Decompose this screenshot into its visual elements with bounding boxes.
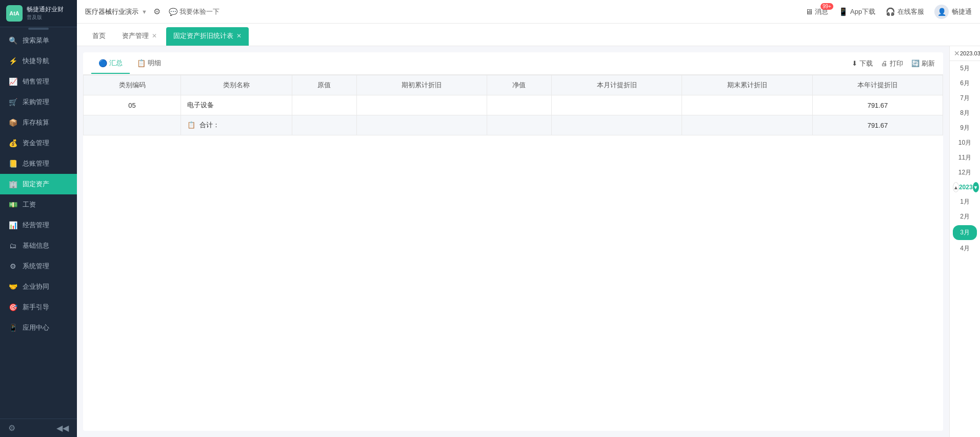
user-btn[interactable]: 👤 畅捷通 [934,5,972,19]
guide-icon: 🎯 [8,303,17,312]
logo-text: AtA [9,10,19,16]
calendar-month-curr[interactable]: 4月 [950,241,980,256]
refresh-btn[interactable]: 🔄 刷新 [911,59,935,68]
experience-icon: 💬 [169,8,177,16]
tab-home[interactable]: 首页 [85,27,113,46]
print-btn[interactable]: 🖨 打印 [881,59,903,68]
topbar-right: 🖥 消息 99+ 📱 App下载 🎧 在线客服 👤 畅捷通 [805,5,972,19]
app-download-icon: 📱 [838,7,848,16]
row-net [487,95,551,115]
app-download-btn[interactable]: 📱 App下载 [838,7,875,16]
calendar-close-icon[interactable]: ✕ [954,49,960,57]
col-original: 原值 [292,75,356,95]
customer-service-label: 在线客服 [897,7,924,16]
customer-service-btn[interactable]: 🎧 在线客服 [886,7,924,16]
app-name: 畅捷通好业财 [27,6,64,14]
sidebar-item-appcenter[interactable]: 📱 应用中心 [0,317,77,338]
collapse-icon[interactable]: ◀◀ [56,423,69,433]
collab-icon: 🤝 [8,282,17,291]
sidebar-item-label-system: 系统管理 [23,262,49,271]
summary-row: 📋 合计： 791.67 [84,115,943,135]
content-area: 🔵 汇总 📋 明细 ⬇ 下载 🖨 打印 [77,46,980,437]
calendar-month-prev[interactable]: 9月 [950,121,980,135]
row-name: 电子设备 [181,95,292,115]
sidebar-item-collab[interactable]: 🤝 企业协同 [0,276,77,297]
calendar-month-prev[interactable]: 12月 [950,165,980,180]
summary-net [487,115,551,135]
calendar-month-curr[interactable]: 1月 [950,194,980,209]
sidebar-item-fixed[interactable]: 🏢 固定资产 [0,174,77,194]
sidebar-item-guide[interactable]: 🎯 新手引导 [0,297,77,317]
sidebar-item-finance[interactable]: 💰 资金管理 [0,133,77,153]
row-closing [682,95,812,115]
calendar-month-prev[interactable]: 5月 [950,61,980,76]
calendar-up-btn[interactable]: ▲ [953,182,959,192]
message-badge: 99+ [821,3,833,10]
sidebar-item-payroll[interactable]: 💵 工资 [0,194,77,215]
refresh-label: 刷新 [922,59,935,68]
sidebar-menu: 🔍 搜索菜单 ⚡ 快捷导航 📈 销售管理 🛒 采购管理 📦 库存核算 💰 资金管… [0,30,77,419]
calendar-month-prev[interactable]: 6月 [950,76,980,91]
col-monthly: 本月计提折旧 [551,75,682,95]
sub-tab-summary[interactable]: 🔵 汇总 [91,53,130,74]
tab-assets-label: 资产管理 [122,31,149,41]
summary-closing [682,115,812,135]
calendar-current-year: 2023 [959,184,973,191]
calendar-down-btn[interactable]: ▼ [973,182,979,192]
summary-original [292,115,356,135]
operation-icon: 📊 [8,221,17,230]
tab-assets-close[interactable]: ✕ [152,32,157,39]
sidebar-item-label-collab: 企业协同 [23,282,49,291]
table-header-row: 类别编码 类别名称 原值 期初累计折旧 净值 本月计提折旧 期末累计折旧 本年计… [84,75,943,95]
tab-assets[interactable]: 资产管理 ✕ [115,27,164,46]
summary-empty [84,115,181,135]
summary-icon: 📋 [187,121,195,129]
payroll-icon: 💵 [8,200,17,209]
company-name: 医疗器械行业演示 [85,7,138,16]
calendar-month-curr[interactable]: 3月 [953,225,977,240]
settings-icon[interactable]: ⚙ [8,423,15,433]
sidebar-item-ledger[interactable]: 📒 总账管理 [0,153,77,174]
sub-tab-detail[interactable]: 📋 明细 [130,53,168,74]
sales-icon: 📈 [8,77,17,86]
calendar-month-prev[interactable]: 11月 [950,150,980,165]
sidebar-item-sales[interactable]: 📈 销售管理 [0,71,77,92]
company-selector[interactable]: 医疗器械行业演示 ▼ [85,7,147,16]
calendar-month-prev[interactable]: 8月 [950,106,980,121]
summary-yearly: 791.67 [812,115,943,135]
sidebar-item-operation[interactable]: 📊 经营管理 [0,215,77,235]
calendar-month-curr[interactable]: 2月 [950,209,980,224]
message-btn[interactable]: 🖥 消息 99+ [805,7,828,16]
calendar-panel-header: ✕ 2023.03 ⛶ [950,46,980,61]
summary-tab-icon: 🔵 [98,59,107,67]
sidebar-item-quicknav[interactable]: ⚡ 快捷导航 [0,51,77,71]
summary-tab-label: 汇总 [109,58,123,68]
topbar: 医疗器械行业演示 ▼ ⚙ 💬 我要体验一下 🖥 消息 99+ 📱 App下载 🎧… [77,0,980,24]
quicknav-icon: ⚡ [8,56,17,66]
sidebar-item-search[interactable]: 🔍 搜索菜单 [0,30,77,51]
download-btn[interactable]: ⬇ 下载 [852,59,873,68]
calendar-month-prev[interactable]: 7月 [950,91,980,106]
appcenter-icon: 📱 [8,323,17,332]
tab-depreciation[interactable]: 固定资产折旧统计表 ✕ [166,27,249,46]
sidebar-item-inventory[interactable]: 📦 库存核算 [0,112,77,133]
experience-btn[interactable]: 💬 我要体验一下 [169,7,219,16]
sidebar-item-system[interactable]: ⚙ 系统管理 [0,256,77,276]
calendar-month-prev[interactable]: 10月 [950,135,980,150]
system-icon: ⚙ [8,262,17,271]
basic-icon: 🗂 [8,241,17,250]
row-yearly: 791.67 [812,95,943,115]
print-icon: 🖨 [881,59,888,67]
purchase-icon: 🛒 [8,97,17,107]
sidebar-item-label-ledger: 总账管理 [23,159,49,168]
tab-depreciation-close[interactable]: ✕ [236,32,242,39]
sidebar-item-purchase[interactable]: 🛒 采购管理 [0,92,77,112]
calendar-year-nav: ▲ 2023 ▼ [950,180,980,194]
tab-home-label: 首页 [92,31,106,41]
search-icon: 🔍 [8,36,17,45]
topbar-settings-icon[interactable]: ⚙ [153,7,161,16]
sidebar-item-basic[interactable]: 🗂 基础信息 [0,235,77,256]
fixed-icon: 🏢 [8,180,17,189]
row-monthly [551,95,682,115]
sidebar-logo: AtA 畅捷通好业财 普及版 [0,0,77,27]
